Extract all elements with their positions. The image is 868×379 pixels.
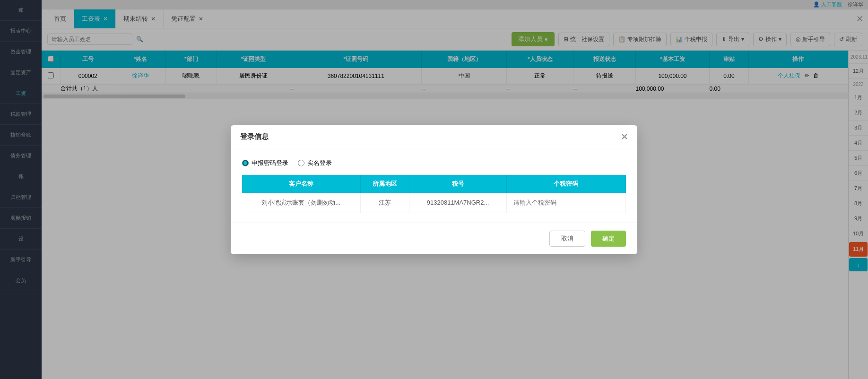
tax-password-input[interactable] (513, 199, 619, 206)
col-region: 所属地区 (360, 175, 409, 193)
realname-login-radio[interactable] (298, 160, 304, 166)
cancel-button[interactable]: 取消 (549, 231, 585, 247)
dialog-body: 申报密码登录 实名登录 客户名称 所属地区 税号 个税密码 (231, 149, 637, 223)
dialog-header: 登录信息 ✕ (231, 125, 637, 149)
cell-tax-password[interactable] (506, 193, 625, 213)
customer-row: 刘小艳演示账套（勿删勿动... 江苏 91320811MA7NGR2... (242, 193, 626, 213)
cell-region: 江苏 (360, 193, 409, 213)
login-type-radio-group: 申报密码登录 实名登录 (242, 159, 626, 167)
cell-tax-no: 91320811MA7NGR2... (409, 193, 507, 213)
dialog-close-button[interactable]: ✕ (621, 132, 628, 142)
password-login-option[interactable]: 申报密码登录 (242, 159, 288, 167)
cell-customer-name: 刘小艳演示账套（勿删勿动... (242, 193, 360, 213)
confirm-button[interactable]: 确定 (591, 231, 626, 247)
col-customer-name: 客户名称 (242, 175, 360, 193)
realname-login-option[interactable]: 实名登录 (298, 159, 332, 167)
customer-table: 客户名称 所属地区 税号 个税密码 刘小艳演示账套（勿删勿动... 江苏 913… (242, 175, 626, 213)
login-dialog: 登录信息 ✕ 申报密码登录 实名登录 客户名称 所属 (231, 125, 637, 254)
col-tax-no: 税号 (409, 175, 507, 193)
col-tax-password: 个税密码 (506, 175, 625, 193)
dialog-overlay: 登录信息 ✕ 申报密码登录 实名登录 客户名称 所属 (0, 0, 868, 379)
dialog-footer: 取消 确定 (231, 223, 637, 254)
password-login-radio[interactable] (242, 160, 249, 166)
dialog-title: 登录信息 (240, 132, 269, 141)
